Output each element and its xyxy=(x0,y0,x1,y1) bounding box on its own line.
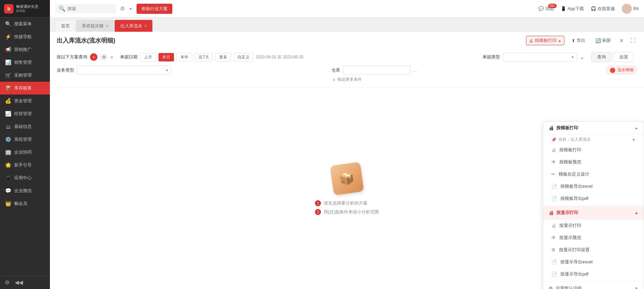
online-service-button[interactable]: 🎧 在线客服 xyxy=(591,6,615,12)
print-dropdown-panel: 🖨 按模板打印 ▲ 📌 当前：出入库流水 ▼ 🖨 按模板打印 xyxy=(543,121,644,289)
display-preview-item-label: 按显示预览 xyxy=(559,235,581,241)
tab-home-label: 首页 xyxy=(61,23,70,29)
settings-gear-icon[interactable]: ⚙ xyxy=(120,5,125,12)
sidebar-item-member[interactable]: 👑 畅会员 xyxy=(0,197,50,210)
dropdown-template-excel[interactable]: 📄 按模板导出excel xyxy=(543,180,644,192)
tab-inventory-flow[interactable]: 出入库流水 × xyxy=(115,20,152,32)
warehouse-more-icon[interactable]: ... xyxy=(413,68,417,73)
empty-state: 📦 1 请先选择要分析的方案 2 用[过滤]条件来缩小分析范围 xyxy=(315,162,379,215)
template-print-button[interactable]: 🖨 按模板打印 ▲ xyxy=(526,36,564,45)
current-template-text: 当前：出入库流水 xyxy=(558,137,591,142)
quick-nav-icon: ⚡ xyxy=(5,34,11,40)
template-print-header-label: 按模板打印 xyxy=(556,125,578,131)
display-print-section-header[interactable]: 🖨 按显示打印 ▲ xyxy=(543,206,644,219)
sidebar-item-system[interactable]: ⚙️ 系统管理 xyxy=(0,133,50,146)
collapse-sidebar-icon[interactable]: ◀◀ xyxy=(15,279,23,286)
dropdown-divider xyxy=(543,205,644,206)
date-this-month-btn[interactable]: 本月 xyxy=(158,53,174,61)
sidebar-item-finance[interactable]: 💰 资金管理 xyxy=(0,95,50,107)
app-name: 畅捷通好生意 xyxy=(16,4,38,9)
sidebar-item-sales[interactable]: 📊 销售管理 xyxy=(0,56,50,69)
page-header: 出入库流水(流水明细) 🖨 按模板打印 ▲ ⬆ 导出 🔄 刷新 ✕ ⛶ xyxy=(50,32,644,48)
sidebar-item-guide[interactable]: 🌟 新手引导 xyxy=(0,159,50,172)
template-print-section-header[interactable]: 🖨 按模板打印 ▲ xyxy=(543,122,644,135)
topbar-right: 💬 消息 99+ 📱 App下载 🎧 在线客服 Rit xyxy=(538,4,639,14)
tab-inventory-batch[interactable]: 库存批次账 × xyxy=(76,20,114,32)
date-more-btn[interactable]: 更多 xyxy=(215,53,231,61)
collapse-scheme-icon[interactable]: « xyxy=(110,54,113,60)
search-icon: 🔍 xyxy=(5,21,11,27)
sidebar-label-finance: 资金管理 xyxy=(14,98,32,104)
export-button[interactable]: ⬆ 导出 xyxy=(568,36,588,45)
step-2-text: 用[过滤]条件来缩小分析范围 xyxy=(324,209,379,215)
query-button[interactable]: 查询 xyxy=(591,52,612,62)
sidebar-label-apps: 应用中心 xyxy=(14,175,32,181)
sidebar-item-apps[interactable]: 📱 应用中心 xyxy=(0,172,50,184)
sidebar-item-search[interactable]: 🔍 搜索菜单 xyxy=(0,18,50,30)
topbar-search-input[interactable] xyxy=(67,6,108,11)
filter-tag-flow[interactable]: 🔴 流水明细 xyxy=(606,66,637,74)
dropdown-template-custom[interactable]: ✏ 模板自定义设计 xyxy=(543,168,644,180)
settings-button[interactable]: 设置 xyxy=(614,52,634,62)
finance-icon: 💰 xyxy=(5,98,11,104)
config-scheme-button[interactable]: ⚙ xyxy=(100,53,108,61)
user-avatar-area[interactable]: Rit xyxy=(622,4,639,14)
tab-close-inventory-flow[interactable]: × xyxy=(144,24,147,28)
app-tag: 标准版 xyxy=(16,9,38,13)
sidebar-item-basic[interactable]: 🗂 基础信息 xyxy=(0,120,50,133)
dropdown-display-print[interactable]: 🖨 按显示打印 xyxy=(543,219,644,232)
sidebar-item-purchase[interactable]: 🛒 采购管理 xyxy=(0,69,50,82)
sidebar-item-enterprise[interactable]: 🏢 企业协同 xyxy=(0,146,50,159)
date-range-display: 2023-06-01 至 2023-06-30 xyxy=(256,54,303,60)
dropdown-template-print[interactable]: 🖨 按模板打印 xyxy=(543,144,644,156)
dropdown-arrow-icon[interactable]: ▼ xyxy=(129,7,133,11)
sidebar-item-operations[interactable]: 📈 经营管理 xyxy=(0,107,50,120)
display-print-header-label: 按显示打印 xyxy=(556,210,578,216)
expand-window-button[interactable]: ⛶ xyxy=(629,37,637,44)
add-scheme-button[interactable]: + xyxy=(90,53,97,61)
empty-steps: 1 请先选择要分析的方案 2 用[过滤]条件来缩小分析范围 xyxy=(315,200,379,215)
message-icon: 💬 xyxy=(538,6,544,11)
sidebar-item-wechat[interactable]: 💬 企业微信 xyxy=(0,184,50,197)
dropdown-display-settings[interactable]: ⚙ 按显示打印设置 xyxy=(543,244,644,256)
template-custom-item-icon: ✏ xyxy=(551,172,555,177)
date-7days-btn[interactable]: 近7天 xyxy=(195,53,213,61)
close-window-button[interactable]: ✕ xyxy=(618,37,625,45)
message-button[interactable]: 💬 消息 99+ xyxy=(538,6,554,12)
marketing-icon: 📢 xyxy=(5,47,11,53)
main-area: 🔍 ⚙ ▼ 体验行业方案 💬 消息 99+ 📱 App下载 🎧 在线客服 Rit xyxy=(50,0,644,289)
operations-icon: 📈 xyxy=(5,111,11,117)
warehouse-input[interactable] xyxy=(343,65,410,75)
date-this-year-btn[interactable]: 本年 xyxy=(177,53,192,61)
topbar-search-box[interactable]: 🔍 xyxy=(55,4,116,13)
current-template-arrow[interactable]: ▼ xyxy=(632,138,636,142)
export-icon: ⬆ xyxy=(572,38,575,43)
set-default-section[interactable]: ⚙ 设置默认功能 ▼ xyxy=(543,282,644,289)
dropdown-display-excel[interactable]: 📄 按显示导出excel xyxy=(543,256,644,268)
dropdown-template-pdf[interactable]: 📄 按模板导出pdf xyxy=(543,192,644,205)
business-type-select[interactable] xyxy=(77,65,171,75)
refresh-button[interactable]: 🔄 刷新 xyxy=(592,36,614,45)
tab-home[interactable]: 首页 xyxy=(55,20,76,32)
app-download-button[interactable]: 📱 App下载 xyxy=(561,6,584,12)
dropdown-template-preview[interactable]: 👁 按模板预览 xyxy=(543,156,644,168)
set-default-label: 设置默认功能 xyxy=(556,285,582,289)
inventory-icon: 📦 xyxy=(5,85,11,91)
display-pdf-item-label: 按显示导出pdf xyxy=(560,271,588,277)
step-2-num: 2 xyxy=(315,209,321,215)
sidebar-item-quick-nav[interactable]: ⚡ 快捷导航 xyxy=(0,30,50,43)
collapse-conditions-row[interactable]: ∧ 收起更多条件 xyxy=(57,75,637,83)
tab-close-inventory-batch[interactable]: × xyxy=(106,24,108,28)
industry-solution-button[interactable]: 体验行业方案 xyxy=(137,4,172,14)
settings-icon[interactable]: ⚙ xyxy=(5,279,9,286)
sidebar-item-inventory[interactable]: 📦 库存核算 xyxy=(0,82,50,95)
bill-type-select[interactable] xyxy=(503,53,577,62)
date-custom-btn[interactable]: 自定义 xyxy=(234,53,253,61)
dropdown-display-preview[interactable]: 👁 按显示预览 xyxy=(543,232,644,244)
dropdown-display-pdf[interactable]: 📄 按显示导出pdf xyxy=(543,268,644,280)
date-last-month-btn[interactable]: 上月 xyxy=(140,53,156,61)
bill-type-expand-icon[interactable]: ⌄ xyxy=(580,53,585,61)
display-print-item-label: 按显示打印 xyxy=(559,222,581,229)
sidebar-label-marketing: 营销推广 xyxy=(14,47,32,53)
sidebar-item-marketing[interactable]: 📢 营销推广 xyxy=(0,43,50,56)
